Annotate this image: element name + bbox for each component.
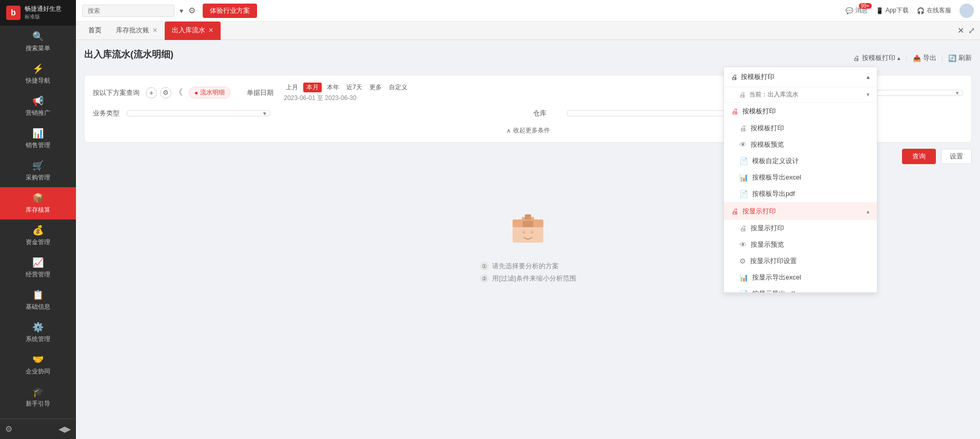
template-section-label: 按模板打印 [742, 107, 870, 116]
active-tag[interactable]: ● 流水明细 [189, 87, 230, 98]
dropdown-print-icon: 🖨 [731, 73, 738, 81]
header-dropdown-btn[interactable]: ▾ [180, 7, 183, 15]
filter-collapse-icon[interactable]: 《 [174, 87, 183, 98]
date-btn-more[interactable]: 更多 [367, 83, 384, 92]
graph-icon: 📈 [32, 257, 44, 268]
template-preview-label: 按模板预览 [751, 140, 784, 149]
tip-num-2: ② [480, 274, 489, 283]
eye2-icon: 👁 [739, 241, 747, 249]
tab-flow[interactable]: 出入库流水 ✕ [165, 22, 221, 40]
date-btn-this-year[interactable]: 本年 [325, 83, 341, 92]
sidebar-item-appstore[interactable]: 🔲 应用中心 [0, 413, 76, 418]
svg-point-6 [531, 231, 534, 234]
settings-btn[interactable]: 设置 [941, 149, 972, 164]
sidebar-item-quicknav[interactable]: ⚡ 快捷导航 [0, 58, 76, 90]
print-dropdown: 🖨 按模板打印 ▴ 🖨 当前：出入库流水 ▾ 🖨 按模板打印 [723, 67, 877, 293]
sidebar-item-inventory[interactable]: 📦 库存核算 [0, 187, 76, 220]
tab-window-controls: ✕ ⤢ [957, 26, 975, 35]
cart-icon: 🛒 [32, 160, 44, 171]
dropdown-item-display-settings[interactable]: ⚙ 按显示打印设置 [724, 253, 877, 269]
sidebar-item-basic[interactable]: 📋 基础信息 [0, 284, 76, 316]
divider1: | [906, 54, 907, 62]
date-btn-last-month[interactable]: 上月 [284, 83, 300, 92]
tab-home-label: 首页 [88, 26, 102, 35]
sidebar-bottom: ⚙ ◀▶ [0, 418, 76, 439]
dropdown-section-template-header[interactable]: 🖨 按模板打印 [724, 103, 877, 120]
collapse-btn[interactable]: ∧ 收起更多条件 [506, 126, 550, 135]
collapse-sidebar-icon[interactable]: ◀▶ [58, 424, 71, 434]
tab-flow-close[interactable]: ✕ [208, 27, 213, 34]
display-settings-label: 按显示打印设置 [750, 256, 797, 266]
sidebar-item-basic-label: 基础信息 [26, 303, 50, 311]
top-header: ▾ ⚙ 体验行业方案 💬 消息 99+ 📱 App下载 🎧 在线客服 [76, 0, 980, 22]
divider2: | [942, 54, 943, 62]
active-tag-label: 流水明细 [200, 88, 225, 97]
header-gear-icon[interactable]: ⚙ [188, 6, 195, 15]
filter-settings-btn[interactable]: ⚙ [160, 87, 171, 98]
dropdown-item-template-excel[interactable]: 📊 按模板导出excel [724, 169, 877, 186]
dropdown-item-display-print[interactable]: 🖨 按显示打印 [724, 220, 877, 236]
print-template-btn[interactable]: 🖨 按模板打印 ▴ [853, 53, 900, 63]
dropdown-item-template-print[interactable]: 🖨 按模板打印 [724, 120, 877, 136]
sidebar-item-search[interactable]: 🔍 搜索菜单 [0, 26, 76, 58]
date-quick-btns: 上月 本月 本年 近7天 更多 自定义 [284, 83, 409, 92]
printer3-icon: 🖨 [739, 224, 747, 232]
industry-btn[interactable]: 体验行业方案 [203, 4, 257, 18]
dropdown-item-template-pdf[interactable]: 📄 按模板导出pdf [724, 186, 877, 202]
user-avatar[interactable] [959, 4, 974, 18]
sidebar-item-finance[interactable]: 💰 资金管理 [0, 220, 76, 252]
tab-batch-close[interactable]: ✕ [152, 27, 158, 34]
excel-icon: 📊 [739, 173, 748, 182]
dropdown-item-template-preview[interactable]: 👁 按模板预览 [724, 136, 877, 153]
sidebar-item-corp[interactable]: 🤝 企业协同 [0, 349, 76, 381]
sidebar-item-sales[interactable]: 📊 销售管理 [0, 123, 76, 155]
tab-home[interactable]: 首页 [81, 22, 109, 40]
date-btn-custom[interactable]: 自定义 [387, 83, 409, 92]
business-type-select[interactable] [127, 110, 270, 116]
app-name: 畅捷通好生意 [25, 5, 62, 13]
window-close-icon[interactable]: ✕ [957, 26, 964, 35]
sidebar-item-sales-label: 销售管理 [26, 141, 50, 150]
app-logo: b 畅捷通好生意 标准版 [0, 0, 76, 26]
sidebar-item-marketing[interactable]: 📢 营销推广 [0, 90, 76, 123]
business-type-select-wrap: ▾ [127, 110, 270, 116]
sidebar-item-system[interactable]: ⚙️ 系统管理 [0, 316, 76, 349]
design-icon: 📄 [739, 157, 748, 165]
display-section-label: 按显示打印 [742, 207, 867, 216]
dropdown-section-display-header[interactable]: 🖨 按显示打印 ▴ [724, 203, 877, 220]
dropdown-item-display-preview[interactable]: 👁 按显示预览 [724, 236, 877, 253]
chart-icon: 📊 [32, 128, 44, 139]
sidebar-item-guide[interactable]: 🎓 新手引导 [0, 381, 76, 413]
export-btn[interactable]: 📤 导出 [913, 53, 936, 63]
print-template-label: 按模板打印 [862, 53, 895, 63]
refresh-btn[interactable]: 🔄 刷新 [948, 53, 972, 63]
filter-add-btn[interactable]: + [146, 87, 157, 98]
dropdown-collapse-icon[interactable]: ▴ [867, 73, 870, 81]
tab-batch-label: 库存批次账 [116, 26, 149, 35]
date-btn-7days[interactable]: 近7天 [344, 83, 364, 92]
tip-num-1: ① [480, 262, 489, 271]
settings-bottom-icon[interactable]: ⚙ [5, 424, 12, 434]
query-btn[interactable]: 查询 [902, 149, 936, 164]
printer-icon: 🖨 [853, 54, 860, 62]
sidebar-item-finance-label: 资金管理 [26, 238, 50, 247]
window-expand-icon[interactable]: ⤢ [968, 26, 975, 35]
dropdown-item-display-excel[interactable]: 📊 按显示导出excel [724, 269, 877, 286]
excel2-icon: 📊 [739, 273, 748, 282]
tab-bar: 首页 库存批次账 ✕ 出入库流水 ✕ ✕ ⤢ [76, 22, 980, 40]
tab-batch[interactable]: 库存批次账 ✕ [109, 22, 165, 40]
dropdown-item-display-pdf[interactable]: 📄 按显示导出pdf [724, 286, 877, 292]
message-badge: 99+ [859, 3, 872, 9]
pdf2-icon: 📄 [739, 290, 748, 292]
header-search-input[interactable] [82, 5, 174, 17]
megaphone-icon: 📢 [32, 95, 44, 107]
date-btn-this-month[interactable]: 本月 [303, 83, 322, 92]
app-download-btn[interactable]: 📱 App下载 [876, 6, 909, 15]
dropdown-item-template-design[interactable]: 📄 模板自定义设计 [724, 153, 877, 169]
warehouse-input[interactable] [567, 110, 741, 116]
online-service-btn[interactable]: 🎧 在线客服 [917, 6, 951, 15]
sidebar-item-purchase[interactable]: 🛒 采购管理 [0, 155, 76, 187]
page-title: 出入库流水(流水明细) [84, 48, 173, 61]
message-btn[interactable]: 💬 消息 99+ [846, 6, 868, 15]
sidebar-item-operation[interactable]: 📈 经营管理 [0, 252, 76, 284]
